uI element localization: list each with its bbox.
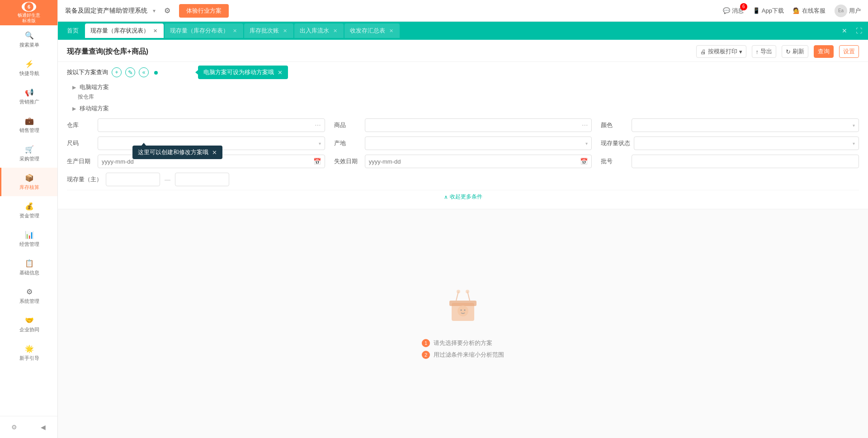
sidebar-item-search[interactable]: 🔍 搜索菜单 (0, 25, 57, 54)
scheme-tooltip-1: 电脑方案可设为移动方案哦 ✕ (198, 66, 288, 79)
sidebar-item-nav[interactable]: ⚡ 快捷导航 (0, 54, 57, 82)
online-service-button[interactable]: 💁 在线客服 (793, 7, 826, 15)
finance-icon: 💰 (25, 202, 34, 211)
warehouse-label: 仓库 (67, 121, 94, 129)
topbar-settings-button[interactable]: ⚙ (161, 5, 174, 17)
page-content: 现存量查询(按仓库+商品) 🖨 按模板打印 ▾ ↑ 导出 ↻ 刷新 查询 设置 (58, 40, 868, 438)
app-download-button[interactable]: 📱 App下载 (753, 7, 784, 15)
tabbar-close-all-button[interactable]: ✕ (839, 25, 850, 36)
marketing-icon: 📢 (25, 88, 34, 97)
sidebar-item-purchase[interactable]: 🛒 采购管理 (0, 139, 57, 168)
query-button[interactable]: 查询 (814, 45, 834, 58)
page-header: 现存量查询(按仓库+商品) 🖨 按模板打印 ▾ ↑ 导出 ↻ 刷新 查询 设置 (58, 40, 868, 62)
filter-row-origin: 产地 ▾ (334, 137, 592, 150)
settings-button[interactable]: 设置 (839, 45, 859, 58)
sales-icon: 💼 (25, 116, 34, 125)
sidebar-item-sales[interactable]: 💼 销售管理 (0, 111, 57, 139)
edit-scheme-button[interactable]: ✎ (125, 67, 135, 77)
sidebar-item-finance[interactable]: 💰 资金管理 (0, 196, 57, 225)
filter-row-warehouse: 仓库 ··· (67, 118, 325, 132)
sidebar-item-enterprise[interactable]: 🤝 企业协同 (0, 310, 57, 339)
product-select[interactable]: ··· (365, 118, 592, 132)
industry-solution-button[interactable]: 体验行业方案 (179, 4, 229, 18)
step-number-2: 2 (422, 351, 430, 359)
tabbar-fullscreen-button[interactable]: ⛶ (854, 25, 864, 36)
tab-stock-status[interactable]: 现存量（库存状况表） ✕ (85, 24, 164, 38)
origin-select[interactable]: ▾ (365, 137, 592, 150)
system-name: 装备及固定资产辅助管理系统 (65, 7, 147, 15)
nav-icon: ⚡ (25, 59, 34, 68)
scheme-tooltip-2: 这里可以创建和修改方案哦 ✕ (132, 146, 222, 159)
tab-batch-account[interactable]: 库存批次账 ✕ (244, 24, 293, 38)
calendar-icon-expiry[interactable]: 📅 (580, 158, 588, 165)
scheme-sub-item-desktop: 按仓库 (67, 93, 859, 103)
logo-icon: 6 (22, 2, 36, 12)
empty-step-1: 1 请先选择要分析的方案 (422, 339, 504, 347)
svg-text:6: 6 (27, 4, 30, 9)
filter-row-batch: 批号 (601, 155, 859, 168)
tab-home[interactable]: 首页 (61, 24, 84, 38)
sidebar-item-marketing[interactable]: 📢 营销推广 (0, 82, 57, 111)
system-icon: ⚙ (25, 287, 34, 296)
expiry-date-input[interactable]: 📅 (365, 155, 592, 168)
tab-stock-distribution[interactable]: 现存量（库存分布表） ✕ (165, 24, 243, 38)
sidebar-item-basic-info[interactable]: 📋 基础信息 (0, 253, 57, 282)
tabbar-right: ✕ ⛶ (839, 25, 864, 36)
user-avatar: Ea (835, 5, 847, 17)
tab-inout-flow[interactable]: 出入库流水 ✕ (294, 24, 344, 38)
scheme-item-mobile[interactable]: ▶ 移动端方案 (67, 103, 859, 114)
enterprise-icon: 🤝 (25, 316, 34, 325)
tab-summary[interactable]: 收发存汇总表 ✕ (344, 24, 400, 38)
scheme-item-desktop[interactable]: ▶ 电脑端方案 (67, 82, 859, 93)
svg-point-5 (461, 310, 462, 311)
sidebar-settings-button[interactable]: ⚙ (7, 420, 22, 434)
tab-close-batch[interactable]: ✕ (282, 28, 288, 34)
refresh-button[interactable]: ↻ 刷新 (782, 45, 808, 58)
svg-point-9 (457, 290, 460, 293)
collapse-bar[interactable]: ∧ 收起更多条件 (67, 190, 859, 203)
batch-input[interactable] (632, 155, 859, 168)
sidebar-item-management[interactable]: 📊 经营管理 (0, 225, 57, 253)
tab-close-inout[interactable]: ✕ (332, 28, 338, 34)
user-menu-button[interactable]: Ea 用户 (835, 5, 861, 17)
message-icon: 💬 (723, 7, 730, 14)
production-date-label: 生产日期 (67, 157, 94, 165)
stock-max-input[interactable] (175, 173, 229, 186)
export-button[interactable]: ↑ 导出 (752, 45, 777, 58)
stock-status-arrow-icon: ▾ (853, 141, 855, 146)
notification-button[interactable]: 💬 消息 6 (723, 7, 744, 15)
expiry-date-label: 失效日期 (334, 157, 361, 165)
topbar-left: 装备及固定资产辅助管理系统 ▾ ⚙ 体验行业方案 (65, 4, 229, 18)
sidebar-item-system[interactable]: ⚙ 系统管理 (0, 282, 57, 310)
logo-text: 畅通好生意 标准版 (18, 13, 40, 24)
size-arrow-icon: ▾ (319, 141, 321, 146)
sidebar-collapse-button[interactable]: ◀ (36, 420, 50, 434)
product-dots[interactable]: ··· (582, 121, 588, 129)
tooltip1-close-button[interactable]: ✕ (278, 69, 283, 76)
expiry-date-field[interactable] (369, 158, 579, 165)
sidebar: 6 畅通好生意 标准版 🔍 搜索菜单 ⚡ 快捷导航 📢 营销推广 💼 销售管理 … (0, 0, 58, 438)
sidebar-item-inventory[interactable]: 📦 库存核算 (0, 168, 57, 196)
stock-status-label: 现存量状态 (601, 139, 630, 147)
warehouse-dots[interactable]: ··· (315, 121, 321, 129)
warehouse-select[interactable]: ··· (98, 118, 325, 132)
add-scheme-button[interactable]: + (112, 67, 122, 77)
purchase-icon: 🛒 (25, 145, 34, 154)
stock-status-select[interactable]: ▾ (634, 137, 859, 150)
size-label: 尺码 (67, 139, 94, 147)
back-button[interactable]: « (139, 67, 149, 77)
print-button[interactable]: 🖨 按模板打印 ▾ (696, 45, 746, 58)
stock-min-input[interactable] (106, 173, 160, 186)
tooltip2-close-button[interactable]: ✕ (212, 149, 217, 156)
inventory-icon: 📦 (25, 173, 34, 182)
calendar-icon-production[interactable]: 📅 (313, 158, 321, 165)
tab-close-stock-status[interactable]: ✕ (152, 28, 158, 34)
product-label: 商品 (334, 121, 361, 129)
scheme-expand-icon: ▶ (72, 85, 76, 90)
print-icon: 🖨 (700, 48, 706, 55)
color-select[interactable]: ▾ (632, 118, 859, 132)
topbar-right: 💬 消息 6 📱 App下载 💁 在线客服 Ea 用户 (723, 5, 861, 17)
sidebar-item-newbie[interactable]: 🌟 新手引导 (0, 339, 57, 367)
tab-close-summary[interactable]: ✕ (388, 28, 394, 34)
tab-close-stock-dist[interactable]: ✕ (231, 28, 238, 34)
